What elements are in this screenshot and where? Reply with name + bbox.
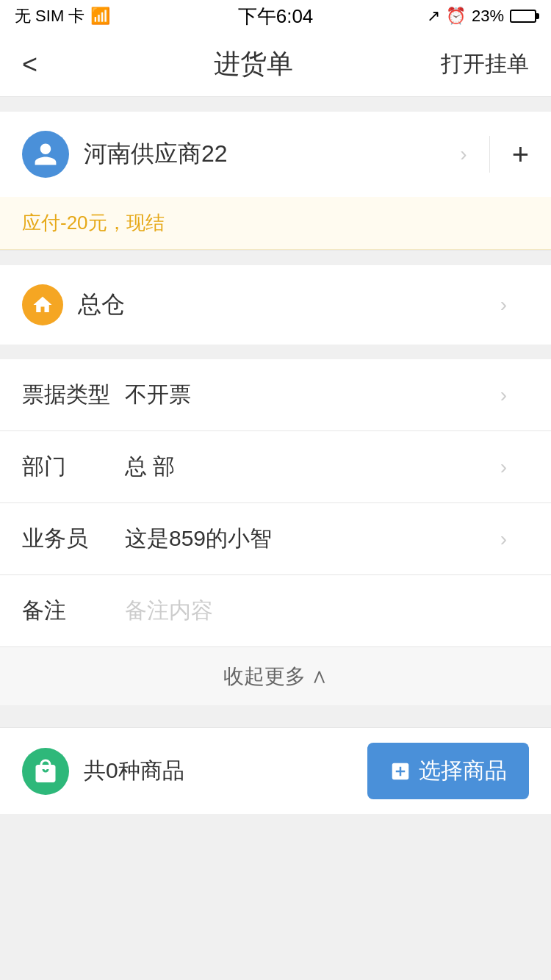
dept-label: 部门 [22,452,125,482]
sales-label: 业务员 [22,524,125,554]
status-bar-time: 下午6:04 [238,4,314,29]
remark-row[interactable]: 备注 备注内容 [0,575,551,646]
supplier-chevron-icon: › [460,143,467,166]
home-icon [32,294,54,316]
back-button[interactable]: < [22,49,66,80]
location-icon: ↗ [427,7,440,26]
notice-bar: 应付-20元，现结 [0,197,551,250]
bottom-spacer [0,705,551,727]
nav-bar: < 进货单 打开挂单 [0,32,551,97]
status-bar-right: ↗ ⏰ 23% [427,7,536,26]
open-pending-button[interactable]: 打开挂单 [441,49,529,79]
select-product-label: 选择商品 [419,756,507,786]
remark-input[interactable]: 备注内容 [125,596,529,626]
supplier-name: 河南供应商22 [84,138,460,170]
salesperson-row[interactable]: 业务员 这是859的小智 › [0,503,551,574]
invoice-chevron-icon: › [500,383,507,407]
carrier-label: 无 SIM 卡 [15,5,84,27]
select-product-button[interactable]: 选择商品 [367,743,529,799]
warehouse-icon [22,284,63,325]
vertical-divider [489,136,490,173]
status-bar-left: 无 SIM 卡 📶 [15,5,110,27]
person-icon [32,141,59,167]
page-title: 进货单 [214,46,293,82]
dept-chevron-icon: › [500,455,507,479]
supplier-row[interactable]: 河南供应商22 › + [0,112,551,197]
shopping-bag-icon [32,758,59,785]
warehouse-chevron-icon: › [500,293,507,317]
product-bar: 共0种商品 选择商品 [0,727,551,814]
form-top-divider [0,345,551,359]
invoice-label: 票据类型 [22,380,125,410]
invoice-type-row[interactable]: 票据类型 不开票 › [0,359,551,430]
warehouse-name: 总仓 [78,289,500,321]
dept-value: 总 部 [125,452,500,482]
status-bar: 无 SIM 卡 📶 下午6:04 ↗ ⏰ 23% [0,0,551,32]
warehouse-row[interactable]: 总仓 › [0,265,551,345]
alarm-icon: ⏰ [446,7,466,26]
product-icon [22,748,69,795]
sales-chevron-icon: › [500,527,507,551]
form-section: 票据类型 不开票 › 部门 总 部 › 业务员 这是859的小智 › 备注 备注… [0,359,551,646]
page-footer-bg [0,814,551,980]
battery-percent: 23% [472,7,504,26]
sales-value: 这是859的小智 [125,524,500,554]
top-divider [0,97,551,112]
add-supplier-button[interactable]: + [512,138,529,171]
add-product-icon [389,760,411,782]
warehouse-top-divider [0,251,551,265]
battery-icon [510,10,536,23]
collapse-button[interactable]: 收起更多 ∧ [0,646,551,705]
supplier-avatar [22,131,69,178]
product-count: 共0种商品 [84,756,367,786]
wifi-icon: 📶 [90,7,110,26]
invoice-value: 不开票 [125,380,500,410]
notice-text: 应付-20元，现结 [22,212,165,234]
remark-label: 备注 [22,596,125,626]
department-row[interactable]: 部门 总 部 › [0,431,551,502]
